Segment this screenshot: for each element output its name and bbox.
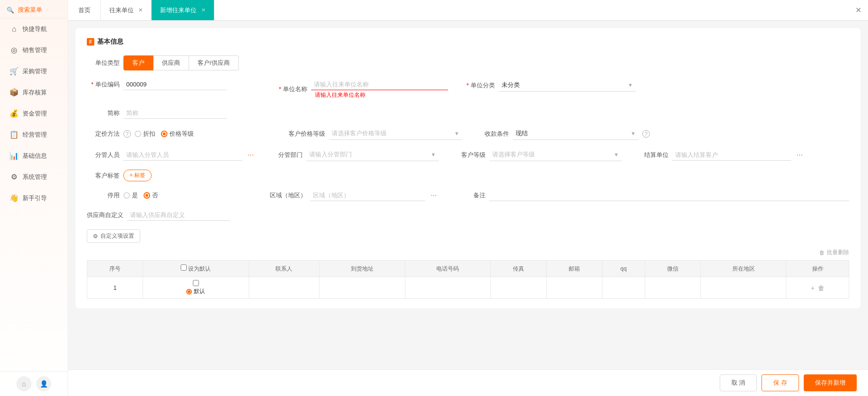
department-select[interactable]: 请输入分管部门 ▼: [306, 148, 439, 161]
tab-close-partners[interactable]: ✕: [138, 7, 143, 13]
sidebar-item-guide[interactable]: 👋新手引导: [2, 188, 66, 208]
short-name-input[interactable]: [123, 108, 227, 119]
settlement-label: 结算单位: [636, 151, 669, 159]
cell-default[interactable]: 默认: [143, 277, 249, 299]
tab-label-home: 首页: [78, 6, 91, 15]
manager-row: 分管人员 ··· 分管部门 请输入分管部门 ▼ 客户等级 请选择客户等级 ▼: [87, 148, 849, 161]
pricing-radio-discount[interactable]: 折扣: [135, 130, 155, 138]
manager-more-btn[interactable]: ···: [246, 151, 256, 159]
unit-type-row: 单位类型 客户 供应商 客户/供应商: [87, 55, 849, 70]
save-new-button[interactable]: 保存并新增: [804, 374, 857, 391]
inventory-icon: 📦: [9, 88, 19, 97]
customer-price-group: 客户价格等级 请选择客户价格等级 ▼: [289, 127, 462, 140]
disabled-no-circle: [144, 192, 150, 199]
col-wechat: 微信: [645, 261, 700, 277]
sidebar-item-system[interactable]: ⚙系统管理: [2, 167, 66, 187]
short-name-label: 简称: [87, 109, 120, 117]
unit-category-label: 单位分类: [462, 81, 495, 90]
col-action: 操作: [786, 261, 849, 277]
type-btn-customer[interactable]: 客户: [123, 55, 153, 70]
system-icon: ⚙: [9, 172, 19, 181]
tab-home[interactable]: 首页: [68, 0, 101, 20]
tag-group: 客户标签 + 标签: [87, 170, 849, 181]
cancel-button[interactable]: 取 消: [720, 374, 757, 391]
tab-new-partner[interactable]: 新增往来单位✕: [152, 0, 214, 20]
batch-delete-btn[interactable]: 🗑 批量删除: [819, 248, 849, 256]
unit-name-input[interactable]: [311, 79, 448, 90]
settlement-input[interactable]: [672, 149, 791, 161]
row-checkbox[interactable]: [193, 280, 199, 286]
pricing-radio-level[interactable]: 价格等级: [161, 130, 194, 138]
row-delete-btn[interactable]: 🗑: [818, 284, 824, 292]
customer-level-select[interactable]: 请选择客户等级 ▼: [489, 148, 622, 161]
unit-code-label: 单位编码: [87, 80, 120, 89]
customer-price-arrow: ▼: [454, 131, 459, 136]
supplier-custom-row: 供应商自定义: [87, 210, 849, 221]
sidebar-search[interactable]: 🔍 搜索菜单: [0, 0, 68, 18]
sidebar-item-basic[interactable]: 📊基础信息: [2, 146, 66, 166]
type-btn-both[interactable]: 客户/供应商: [189, 55, 239, 70]
row-add-btn[interactable]: +: [811, 284, 815, 292]
sidebar-item-sales[interactable]: ◎销售管理: [2, 40, 66, 60]
col-phone: 电话号码: [405, 261, 490, 277]
unit-code-input[interactable]: [123, 79, 227, 90]
type-btn-supplier[interactable]: 供应商: [153, 55, 189, 70]
tab-partners[interactable]: 往来单位✕: [101, 0, 152, 20]
sidebar-item-purchase[interactable]: 🛒采购管理: [2, 61, 66, 81]
supplier-custom-label: 供应商自定义: [87, 211, 123, 219]
sidebar-item-label: 采购管理: [23, 67, 47, 76]
sidebar-item-operations[interactable]: 📋经营管理: [2, 124, 66, 145]
select-all-checkbox[interactable]: [181, 264, 187, 271]
sidebar-item-inventory[interactable]: 📦库存核算: [2, 82, 66, 102]
sidebar-user-icon[interactable]: 👤: [36, 376, 51, 391]
cell-address: [320, 277, 405, 299]
operations-icon: 📋: [9, 130, 19, 139]
finance-icon: 💰: [9, 109, 19, 118]
cell-fax: [491, 277, 547, 299]
settlement-more-btn[interactable]: ···: [795, 151, 805, 159]
pricing-row: 定价方法 ? 折扣 价格等级 客户价格等级: [87, 127, 849, 140]
footer: 取 消 保 存 保存并新增: [68, 369, 868, 396]
cell-region: [700, 277, 786, 299]
region-more-btn[interactable]: ···: [429, 191, 439, 200]
department-arrow: ▼: [431, 152, 436, 157]
region-input[interactable]: [310, 190, 425, 201]
custom-settings-btn[interactable]: ⚙ 自定义项设置: [87, 229, 140, 243]
unit-type-group: 单位类型 客户 供应商 客户/供应商: [87, 55, 849, 70]
main-area: 首页往来单位✕新增往来单位✕ ✕ F 基本信息 单位类型 客户 供应商 客户/供…: [68, 0, 868, 396]
col-contact: 联系人: [249, 261, 320, 277]
department-placeholder: 请输入分管部门: [309, 150, 352, 159]
section-title-icon: F: [87, 38, 94, 46]
payment-terms-group: 收款条件 现结 ▼ ?: [476, 127, 650, 140]
disabled-yes[interactable]: 是: [123, 191, 138, 200]
unit-category-select[interactable]: 未分类 ▼: [499, 79, 636, 92]
customer-level-group: 客户等级 请选择客户等级 ▼: [453, 148, 622, 161]
tabbar-close-btn[interactable]: ✕: [849, 0, 868, 20]
sidebar-item-label: 经营管理: [23, 131, 47, 139]
save-button[interactable]: 保 存: [761, 374, 799, 391]
sidebar-home-icon[interactable]: ⌂: [16, 376, 31, 391]
col-seq: 序号: [87, 261, 143, 277]
customer-price-select[interactable]: 请选择客户价格等级 ▼: [329, 127, 462, 140]
department-label: 分管部门: [270, 151, 303, 159]
cell-phone: [405, 277, 490, 299]
quick-nav-icon: ⌂: [9, 25, 19, 33]
disabled-no[interactable]: 否: [144, 191, 158, 200]
payment-terms-help-icon[interactable]: ?: [642, 130, 650, 138]
payment-terms-select[interactable]: 现结 ▼: [513, 127, 639, 140]
sidebar-item-quick-nav[interactable]: ⌂快捷导航: [2, 19, 66, 39]
pricing-radio-group: 折扣 价格等级: [135, 130, 194, 138]
unit-name-group: 单位名称 请输入往来单位名称: [274, 79, 448, 99]
remark-input[interactable]: [489, 190, 849, 201]
manager-input[interactable]: [123, 149, 242, 161]
sidebar-item-finance[interactable]: 💰资金管理: [2, 103, 66, 124]
tag-add-btn[interactable]: + 标签: [123, 170, 152, 181]
tab-close-new-partner[interactable]: ✕: [201, 7, 206, 13]
pricing-help-icon[interactable]: ?: [123, 130, 131, 138]
batch-delete-area: 🗑 批量删除: [87, 248, 849, 256]
cell-action[interactable]: + 🗑: [786, 277, 849, 299]
sales-icon: ◎: [9, 46, 19, 54]
section-title-text: 基本信息: [97, 38, 123, 46]
pricing-label: 定价方法: [87, 130, 120, 138]
supplier-custom-input[interactable]: [127, 210, 230, 221]
